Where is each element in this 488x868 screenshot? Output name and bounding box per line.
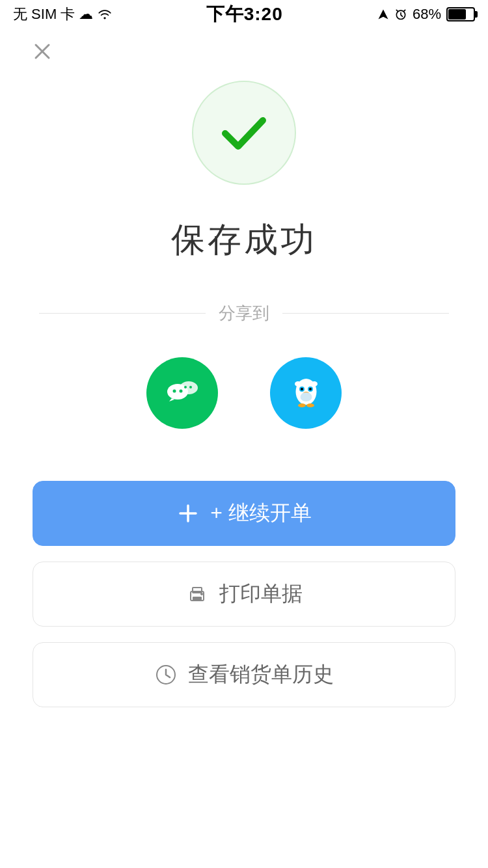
alarm-icon: [394, 8, 407, 21]
status-bar: 无 SIM 卡 ☁ 下午3:20 68%: [0, 0, 488, 29]
continue-button[interactable]: + 继续开单: [33, 481, 455, 546]
qq-icon: [285, 372, 327, 414]
share-wechat-button[interactable]: [146, 357, 218, 429]
status-left: 无 SIM 卡 ☁: [13, 5, 111, 24]
divider-label: 分享到: [206, 302, 282, 325]
status-right: 68%: [377, 6, 475, 23]
svg-point-6: [179, 389, 182, 392]
svg-point-17: [311, 381, 318, 387]
history-button[interactable]: 查看销货单历史: [33, 642, 455, 707]
sim-text: 无 SIM 卡 ☁: [13, 5, 93, 24]
svg-point-18: [298, 403, 306, 407]
wifi-icon: [98, 9, 111, 20]
status-time: 下午3:20: [206, 2, 283, 27]
main-content: 保存成功 分享到: [0, 29, 488, 707]
history-label: 查看销货单历史: [188, 660, 334, 689]
success-title: 保存成功: [171, 217, 317, 263]
svg-point-13: [309, 388, 312, 390]
checkmark-icon: [215, 103, 273, 162]
close-button[interactable]: [26, 35, 59, 68]
svg-point-7: [184, 386, 187, 388]
share-divider: 分享到: [0, 302, 488, 325]
battery-icon: [446, 7, 475, 21]
share-buttons-row: [146, 357, 342, 429]
svg-point-25: [200, 593, 203, 595]
continue-label: + 继续开单: [210, 499, 312, 528]
svg-point-19: [306, 403, 314, 407]
svg-point-16: [295, 381, 301, 387]
divider-line-left: [39, 313, 206, 314]
success-icon-circle: [192, 81, 296, 185]
svg-point-15: [300, 392, 312, 401]
share-qq-button[interactable]: [270, 357, 342, 429]
battery-text: 68%: [413, 6, 441, 23]
svg-point-8: [189, 386, 192, 388]
wechat-icon: [161, 372, 204, 414]
plus-icon: [176, 502, 200, 525]
svg-rect-24: [193, 597, 202, 601]
print-label: 打印单据: [219, 580, 303, 608]
location-icon: [377, 8, 389, 20]
action-buttons-section: + 继续开单 打印单据 查看销货单历史: [0, 481, 488, 707]
print-button[interactable]: 打印单据: [33, 562, 455, 627]
divider-line-right: [282, 313, 449, 314]
svg-point-12: [301, 388, 303, 390]
history-icon: [154, 663, 178, 686]
print-icon: [185, 582, 209, 606]
svg-point-4: [180, 381, 198, 394]
svg-point-5: [172, 389, 176, 392]
